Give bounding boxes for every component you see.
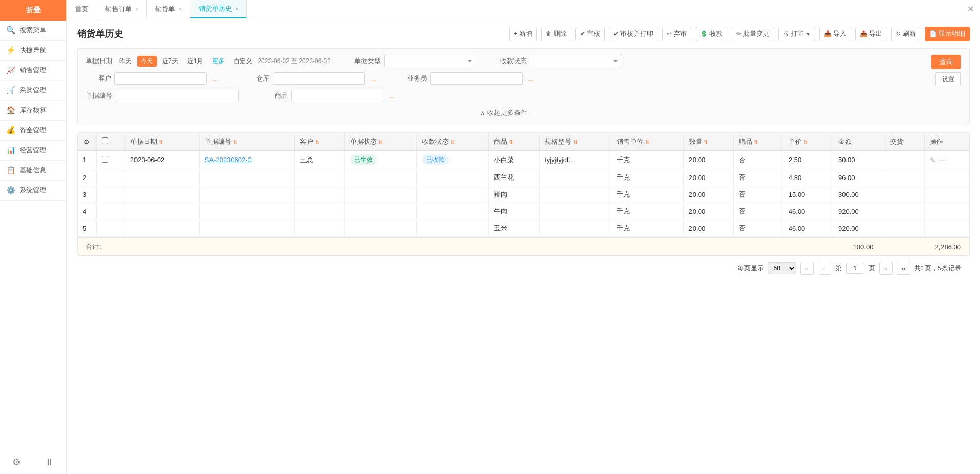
sidebar-item-search[interactable]: 🔍 搜索菜单 — [0, 21, 66, 41]
th-doc-no[interactable]: 单据编号 ⇅ — [199, 133, 295, 151]
sort-doc-status-icon: ⇅ — [378, 139, 382, 145]
filter-doc-no: 单据编号 — [86, 90, 239, 102]
sidebar-collapse-btn[interactable]: ⏸ — [43, 455, 56, 470]
th-price[interactable]: 单价 ⇅ — [783, 133, 833, 151]
th-qty[interactable]: 数量 ⇅ — [683, 133, 733, 151]
doc-no-input[interactable] — [116, 90, 239, 102]
customer-input[interactable] — [114, 72, 207, 85]
query-button[interactable]: 查询 — [931, 55, 961, 69]
tab-sales-order[interactable]: 销售订单 × — [97, 0, 147, 18]
cell-checkbox-2[interactable] — [96, 186, 125, 203]
sidebar-item-basic[interactable]: 📋 基础信息 — [0, 161, 66, 181]
refresh-button[interactable]: ↻ 刷新 — [891, 27, 920, 41]
last-page-btn[interactable]: » — [897, 262, 910, 275]
cell-amount-1: 96.00 — [833, 169, 885, 186]
prev-page-btn[interactable]: ‹ — [818, 262, 831, 275]
page-size-select[interactable]: 50 20 100 — [768, 262, 796, 274]
table-settings-icon[interactable]: ⚙ — [84, 138, 90, 146]
goods-input[interactable] — [291, 90, 383, 102]
th-unit[interactable]: 销售单位 ⇅ — [611, 133, 683, 151]
new-button[interactable]: + 新增 — [509, 27, 537, 41]
th-doc-date[interactable]: 单据日期 ⇅ — [125, 133, 199, 151]
edit-icon[interactable]: ✎ — [930, 156, 936, 164]
customer-dots-btn[interactable]: ... — [210, 73, 220, 84]
select-all-checkbox[interactable] — [102, 137, 108, 144]
cell-docno-4 — [199, 220, 295, 237]
export-button[interactable]: 📤 导出 — [855, 27, 887, 41]
print-button[interactable]: 🖨 打印 ▼ — [778, 27, 815, 41]
date-tag-custom[interactable]: 自定义 — [230, 56, 256, 67]
warehouse-input[interactable] — [273, 72, 365, 85]
status-received-badge: 已收款 — [422, 154, 449, 165]
sidebar-item-ops[interactable]: 📊 经营管理 — [0, 141, 66, 161]
cell-collectstatus-4 — [416, 220, 488, 237]
cell-actions-1 — [925, 169, 969, 186]
cell-customer-1 — [295, 169, 344, 186]
tab-history[interactable]: 销货单历史 × — [190, 0, 247, 18]
cell-checkbox-4[interactable] — [96, 220, 125, 237]
system-icon: ⚙️ — [6, 186, 15, 195]
doc-no-link[interactable]: SA-20230602-0 — [205, 156, 252, 164]
th-checkbox[interactable] — [96, 133, 125, 151]
th-spec[interactable]: 规格型号 ⇅ — [540, 133, 611, 151]
date-tag-7days[interactable]: 近7天 — [159, 56, 182, 67]
cell-checkbox-3[interactable] — [96, 203, 125, 220]
date-tag-1month[interactable]: 近1月 — [184, 56, 207, 67]
main-area: 首页 销售订单 × 销货单 × 销货单历史 × ✕ 销货单历史 + 新增 — [67, 0, 980, 474]
cell-docstatus-2 — [344, 186, 416, 203]
cell-checkbox-1[interactable] — [96, 169, 125, 186]
set-button[interactable]: 设置 — [935, 72, 961, 86]
more-action-icon[interactable]: ⋯ — [939, 156, 946, 164]
collapse-btn[interactable]: ∧ 收起更多条件 — [480, 107, 527, 118]
print-label: 打印 — [791, 29, 804, 38]
row-checkbox[interactable] — [102, 156, 108, 163]
date-tag-today[interactable]: 今天 — [137, 56, 157, 67]
th-collect-status[interactable]: 收款状态 ⇅ — [416, 133, 488, 151]
first-page-btn[interactable]: « — [800, 262, 814, 275]
cell-docno-0[interactable]: SA-20230602-0 — [199, 151, 295, 169]
staff-input[interactable] — [430, 72, 523, 85]
next-page-btn[interactable]: › — [879, 262, 893, 275]
cell-checkbox-0[interactable] — [96, 151, 125, 169]
audit-print-button[interactable]: ✔ 审核并打印 — [609, 27, 658, 41]
audit-button[interactable]: ✔ 审核 — [575, 27, 605, 41]
sidebar-item-purchase[interactable]: 🛒 采购管理 — [0, 81, 66, 101]
sidebar-item-sales[interactable]: 📈 销售管理 — [0, 61, 66, 81]
th-gift[interactable]: 赠品 ⇅ — [733, 133, 783, 151]
sidebar-settings-btn[interactable]: ⚙ — [10, 455, 23, 470]
staff-dots-btn[interactable]: ... — [526, 73, 536, 84]
filter-warehouse: 仓库 ... — [244, 72, 378, 85]
import-button[interactable]: 📥 导入 — [819, 27, 851, 41]
tab-home[interactable]: 首页 — [67, 0, 97, 18]
warehouse-dots-btn[interactable]: ... — [368, 73, 378, 84]
doc-type-select[interactable] — [384, 55, 476, 67]
sort-goods-icon: ⇅ — [509, 139, 513, 145]
th-settings[interactable]: ⚙ — [78, 133, 96, 151]
abandon-button[interactable]: ↩ 弃审 — [662, 27, 691, 41]
th-goods[interactable]: 商品 ⇅ — [488, 133, 539, 151]
tab-sales-goods-close[interactable]: × — [178, 6, 181, 12]
tab-sales-goods[interactable]: 销货单 × — [147, 0, 190, 18]
collect-button[interactable]: 💲 收款 — [696, 27, 727, 41]
sidebar-logo: 折叠 — [0, 0, 66, 21]
sidebar-item-capital[interactable]: 💰 资金管理 — [0, 121, 66, 141]
sidebar-item-system[interactable]: ⚙️ 系统管理 — [0, 181, 66, 201]
date-tag-more[interactable]: 更多 — [208, 56, 228, 67]
th-doc-status[interactable]: 单据状态 ⇅ — [344, 133, 416, 151]
page-input[interactable] — [846, 263, 864, 274]
th-customer[interactable]: 客户 ⇅ — [295, 133, 344, 151]
show-detail-button[interactable]: 📄 显示明细 — [925, 27, 970, 41]
date-tag-yesterday[interactable]: 昨天 — [116, 56, 135, 67]
cell-spec-0: tyjyjtyjdf... — [540, 151, 611, 169]
tab-sales-order-close[interactable]: × — [135, 6, 138, 12]
page-title: 销货单历史 — [77, 28, 123, 40]
goods-dots-btn[interactable]: ... — [387, 91, 397, 101]
collect-status-select[interactable] — [530, 55, 622, 67]
tab-history-close[interactable]: × — [235, 6, 238, 12]
delete-button[interactable]: 🗑 删除 — [541, 27, 571, 41]
th-trade: 交货 — [885, 133, 925, 151]
batch-change-button[interactable]: ✏ 批量变更 — [732, 27, 774, 41]
tab-bar-close-all[interactable]: ✕ — [961, 4, 980, 14]
sidebar-item-quick-nav[interactable]: ⚡ 快捷导航 — [0, 41, 66, 61]
sidebar-item-inventory[interactable]: 🏠 库存核算 — [0, 101, 66, 121]
